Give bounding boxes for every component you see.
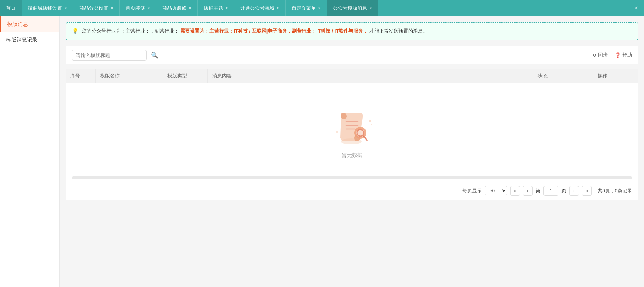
nav-tab-open-mall[interactable]: 开通公众号商城 × bbox=[234, 0, 286, 16]
per-page-label: 每页显示 bbox=[462, 187, 482, 194]
nav-tab-wechat-shop[interactable]: 微商城店铺设置 × bbox=[22, 0, 73, 16]
notice-suffix: 才能正常发送预置的消息。 bbox=[369, 28, 428, 34]
nav-tab-shop-theme[interactable]: 店铺主题 × bbox=[198, 0, 234, 16]
nav-tab-home-decor-close[interactable]: × bbox=[147, 6, 150, 11]
nav-tab-shop-theme-close[interactable]: × bbox=[225, 6, 228, 11]
nav-tab-shop-theme-label: 店铺主题 bbox=[204, 5, 223, 12]
nav-tab-product-decor-close[interactable]: × bbox=[189, 6, 191, 11]
prev-page-icon: ‹ bbox=[527, 188, 529, 193]
fake-scrollbar[interactable] bbox=[72, 176, 632, 179]
nav-tab-wechat-shop-label: 微商城店铺设置 bbox=[28, 5, 62, 12]
page-total-info: 共0页，0条记录 bbox=[598, 187, 632, 194]
nav-tab-custom-menu[interactable]: 自定义菜单 × bbox=[286, 0, 327, 16]
help-label: 帮助 bbox=[622, 52, 632, 58]
scrollbar-area bbox=[66, 174, 638, 181]
nav-tab-template-msg-label: 公众号模版消息 bbox=[333, 5, 367, 12]
prev-page-button[interactable]: ‹ bbox=[523, 186, 533, 196]
svg-point-9 bbox=[371, 124, 372, 125]
nav-tab-open-mall-label: 开通公众号商城 bbox=[240, 5, 274, 12]
sync-button[interactable]: ↻ 同步 bbox=[592, 52, 608, 58]
search-area: 🔍 ↻ 同步 | ❓ 帮助 bbox=[66, 46, 638, 64]
sidebar: 模版消息 模版消息记录 bbox=[0, 16, 60, 287]
nav-tab-category-label: 商品分类设置 bbox=[79, 5, 108, 12]
nav-tab-home-decor[interactable]: 首页装修 × bbox=[120, 0, 156, 16]
first-page-button[interactable]: « bbox=[510, 186, 520, 196]
page-input[interactable] bbox=[543, 186, 558, 196]
sidebar-item-template-message-label: 模版消息 bbox=[7, 21, 28, 27]
nav-tab-template-msg[interactable]: 公众号模版消息 × bbox=[327, 0, 378, 16]
col-index: 序号 bbox=[66, 69, 96, 83]
sidebar-item-template-record-label: 模版消息记录 bbox=[6, 37, 37, 43]
col-action: 操作 bbox=[593, 69, 638, 83]
global-close-button[interactable]: × bbox=[629, 0, 644, 16]
nav-tab-wechat-shop-close[interactable]: × bbox=[64, 6, 67, 11]
col-status: 状态 bbox=[533, 69, 593, 83]
search-right: ↻ 同步 | ❓ 帮助 bbox=[592, 52, 632, 58]
svg-point-10 bbox=[336, 131, 338, 133]
page-suffix: 页 bbox=[561, 187, 566, 194]
empty-text: 暂无数据 bbox=[342, 152, 363, 159]
bulb-icon: 💡 bbox=[72, 28, 78, 34]
search-left: 🔍 bbox=[72, 50, 160, 61]
main-layout: 模版消息 模版消息记录 💡 您的公众号行业为：主营行业：，副营行业： 需要设置为… bbox=[0, 16, 644, 287]
col-content: 消息内容 bbox=[208, 69, 533, 83]
svg-point-8 bbox=[369, 120, 371, 122]
sidebar-item-template-record[interactable]: 模版消息记录 bbox=[0, 32, 59, 48]
per-page-select[interactable]: 50 10 20 100 bbox=[485, 186, 507, 195]
table-header: 序号 模版名称 模版类型 消息内容 状态 操作 bbox=[66, 69, 638, 83]
sync-icon: ↻ bbox=[592, 52, 597, 58]
nav-tab-template-msg-close[interactable]: × bbox=[369, 6, 372, 11]
help-icon: ❓ bbox=[615, 52, 621, 58]
global-close-icon: × bbox=[635, 5, 638, 12]
content-area: 💡 您的公众号行业为：主营行业：，副营行业： 需要设置为：主营行业：IT科技 /… bbox=[60, 16, 644, 287]
nav-tab-home[interactable]: 首页 bbox=[0, 0, 22, 16]
notice-prefix: 您的公众号行业为：主营行业：，副营行业： bbox=[82, 28, 179, 34]
nav-tab-product-decor-label: 商品页装修 bbox=[162, 5, 187, 12]
svg-line-7 bbox=[364, 136, 367, 140]
pagination-area: 每页显示 50 10 20 100 « ‹ 第 页 › » 共0页，0条记录 bbox=[66, 181, 638, 200]
search-icon: 🔍 bbox=[151, 52, 158, 58]
next-page-icon: › bbox=[573, 188, 575, 193]
nav-tab-category[interactable]: 商品分类设置 × bbox=[73, 0, 120, 16]
last-page-button[interactable]: » bbox=[582, 186, 592, 196]
divider: | bbox=[611, 52, 612, 58]
empty-state: 暂无数据 bbox=[66, 83, 638, 174]
next-page-button[interactable]: › bbox=[569, 186, 579, 196]
sync-label: 同步 bbox=[598, 52, 608, 58]
notice-box: 💡 您的公众号行业为：主营行业：，副营行业： 需要设置为：主营行业：IT科技 /… bbox=[66, 22, 638, 40]
notice-highlight: 需要设置为：主营行业：IT科技 / 互联网|电子商务，副营行业：IT科技 / I… bbox=[180, 28, 368, 34]
nav-tab-product-decor[interactable]: 商品页装修 × bbox=[156, 0, 198, 16]
empty-icon bbox=[330, 106, 375, 151]
nav-tab-home-decor-label: 首页装修 bbox=[126, 5, 145, 12]
help-button[interactable]: ❓ 帮助 bbox=[615, 52, 632, 58]
nav-tab-custom-menu-close[interactable]: × bbox=[318, 6, 321, 11]
nav-tab-custom-menu-label: 自定义菜单 bbox=[292, 5, 316, 12]
first-page-icon: « bbox=[514, 188, 516, 193]
last-page-icon: » bbox=[585, 188, 588, 193]
sidebar-item-template-message[interactable]: 模版消息 bbox=[0, 16, 59, 32]
page-prefix: 第 bbox=[536, 187, 540, 194]
search-button[interactable]: 🔍 bbox=[150, 50, 160, 60]
nav-tab-home-label: 首页 bbox=[6, 5, 16, 12]
search-input[interactable] bbox=[72, 50, 147, 61]
top-nav: 首页 微商城店铺设置 × 商品分类设置 × 首页装修 × 商品页装修 × 店铺主… bbox=[0, 0, 644, 16]
nav-tab-open-mall-close[interactable]: × bbox=[277, 6, 279, 11]
nav-tab-category-close[interactable]: × bbox=[111, 6, 113, 11]
col-name: 模版名称 bbox=[96, 69, 163, 83]
table-container: 序号 模版名称 模版类型 消息内容 状态 操作 bbox=[66, 69, 638, 181]
col-type: 模版类型 bbox=[163, 69, 208, 83]
empty-illustration bbox=[330, 106, 375, 152]
